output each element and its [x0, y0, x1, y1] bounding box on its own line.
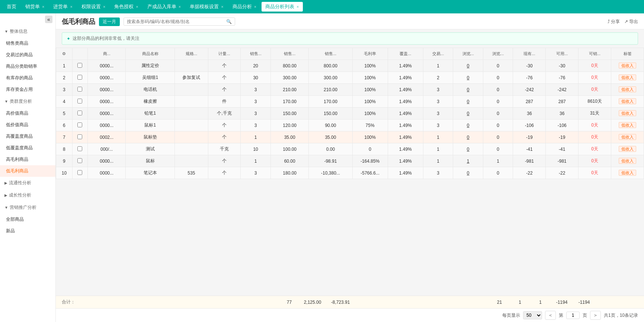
row-current-stock: -242 [513, 84, 546, 96]
nav-item-商品分析[interactable]: 商品分析× [229, 2, 260, 12]
col-header-check[interactable] [72, 48, 87, 60]
row-checkbox[interactable] [72, 96, 87, 108]
nav-item-权限设置[interactable]: 权限设置× [78, 2, 109, 12]
sidebar-item-高价值商品[interactable]: 高价值商品 [0, 108, 55, 119]
nav-item-首页[interactable]: 首页 [3, 2, 20, 12]
checkbox-input[interactable] [77, 75, 82, 80]
nav-item-单据模板设置[interactable]: 单据模板设置× [186, 2, 227, 12]
row-browse1[interactable]: 0 [453, 131, 483, 143]
col-header-spec[interactable]: 规格... [175, 48, 208, 60]
checkbox-input[interactable] [77, 134, 82, 139]
col-header-sales_qty[interactable]: 销售... [241, 48, 271, 60]
checkbox-input[interactable] [77, 63, 82, 68]
sidebar-item-库存资金占用[interactable]: 库存资金占用 [0, 84, 55, 95]
row-checkbox[interactable] [72, 108, 87, 119]
sidebar-item-商品分类助销率[interactable]: 商品分类助销率 [0, 61, 55, 72]
checkbox-input[interactable] [77, 170, 82, 175]
col-header-current_stock[interactable]: 现有... [513, 48, 546, 60]
nav-item-销货单[interactable]: 销货单× [22, 2, 48, 12]
row-checkbox[interactable] [72, 131, 87, 143]
row-checkbox[interactable] [72, 60, 87, 72]
table-row: 100000...笔记本535个3180.00-10,380...-5766.6… [56, 167, 644, 179]
sidebar-item-高毛利商品[interactable]: 高毛利商品 [0, 154, 55, 165]
col-header-sales_price[interactable]: 销售... [270, 48, 309, 60]
row-browse1[interactable]: 0 [453, 108, 483, 119]
nav-close-icon[interactable]: × [254, 4, 256, 9]
row-browse1[interactable]: 0 [453, 72, 483, 84]
sidebar-collapse-btn[interactable]: « [45, 16, 52, 23]
row-browse1[interactable]: 0 [453, 96, 483, 108]
nav-close-icon[interactable]: × [179, 4, 181, 9]
checkbox-input[interactable] [77, 146, 82, 151]
sidebar-group-整体信息[interactable]: ▼整体信息 [0, 25, 55, 38]
nav-close-icon[interactable]: × [297, 4, 299, 9]
row-browse1[interactable]: 0 [453, 119, 483, 131]
checkbox-input[interactable] [77, 158, 82, 163]
col-header-code[interactable]: 商... [87, 48, 126, 60]
nav-close-icon[interactable]: × [221, 4, 223, 9]
checkbox-input[interactable] [77, 87, 82, 92]
prev-page-btn[interactable]: ＜ [545, 311, 556, 320]
sidebar-item-全部商品[interactable]: 全部商品 [0, 214, 55, 225]
nav-close-icon[interactable]: × [103, 4, 105, 9]
next-page-btn[interactable]: ＞ [590, 311, 601, 320]
sidebar-item-高覆盖度商品[interactable]: 高覆盖度商品 [0, 131, 55, 142]
row-spec: 参加复试 [175, 72, 208, 84]
col-header-coverage[interactable]: 覆盖... [388, 48, 423, 60]
export-button[interactable]: ↗ 导出 [624, 19, 638, 25]
sidebar-group-流通性分析[interactable]: ▶流通性分析 [0, 177, 55, 189]
sidebar-item-低覆盖度商品[interactable]: 低覆盖度商品 [0, 142, 55, 154]
row-browse1[interactable]: 0 [453, 143, 483, 155]
nav-close-icon[interactable]: × [42, 4, 44, 9]
checkbox-input[interactable] [77, 111, 82, 115]
col-header-transactions[interactable]: 交易... [423, 48, 453, 60]
row-browse1[interactable]: 0 [453, 167, 483, 179]
row-checkbox[interactable] [72, 84, 87, 96]
sidebar-item-销售类商品[interactable]: 销售类商品 [0, 38, 55, 49]
col-header-gross_rate[interactable]: 毛利率 [352, 48, 388, 60]
per-page-select[interactable]: 50 20 100 [523, 311, 542, 319]
share-button[interactable]: ⤴ 分享 [608, 19, 620, 25]
sidebar-group-营销推广分析[interactable]: ▼营销推广分析 [0, 201, 55, 214]
col-header-browse1[interactable]: 浏览... [453, 48, 483, 60]
sidebar-item-新品[interactable]: 新品 [0, 225, 55, 237]
nav-close-icon[interactable]: × [70, 4, 72, 9]
col-header-tag[interactable]: 标签 [611, 48, 644, 60]
checkbox-input[interactable] [77, 99, 82, 103]
row-checkbox[interactable] [72, 143, 87, 155]
sidebar-item-有库存的商品[interactable]: 有库存的商品 [0, 72, 55, 84]
row-checkbox[interactable] [72, 119, 87, 131]
row-browse1[interactable]: 1 [453, 155, 483, 167]
sidebar-group-成长性分析[interactable]: ▶成长性分析 [0, 189, 55, 201]
col-header-name[interactable]: 商品名称 [126, 48, 175, 60]
sidebar-group-类群度分析[interactable]: ▼类群度分析 [0, 95, 55, 108]
col-header-browse2[interactable]: 浏览... [483, 48, 513, 60]
row-sales-price: 300.00 [270, 72, 309, 84]
nav-item-产成品入库单[interactable]: 产成品入库单× [144, 2, 185, 12]
row-checkbox[interactable] [72, 167, 87, 179]
page-input[interactable] [566, 312, 580, 319]
col-header-unit[interactable]: 计量... [208, 48, 241, 60]
row-browse1[interactable]: 0 [453, 60, 483, 72]
sidebar-item-交易过的商品[interactable]: 交易过的商品 [0, 49, 55, 61]
col-header-sales_amount[interactable]: 销售... [309, 48, 352, 60]
col-header-settings[interactable]: ⚙ [56, 48, 73, 60]
checkbox-input[interactable] [77, 122, 82, 127]
nav-item-商品分析列表[interactable]: 商品分析列表× [262, 2, 302, 12]
col-header-available[interactable]: 可用... [546, 48, 579, 60]
nav-close-icon[interactable]: × [136, 4, 138, 9]
search-input[interactable] [127, 19, 225, 24]
sidebar-item-低毛利商品[interactable]: 低毛利商品 [0, 165, 55, 177]
nav-item-角色授权[interactable]: 角色授权× [110, 2, 142, 12]
col-header-saleable[interactable]: 可销... [579, 48, 611, 60]
nav-item-进货单[interactable]: 进货单× [49, 2, 76, 12]
sidebar-item-低价值商品[interactable]: 低价值商品 [0, 119, 55, 131]
row-checkbox[interactable] [72, 72, 87, 84]
row-browse1[interactable]: 0 [453, 84, 483, 96]
row-checkbox[interactable] [72, 155, 87, 167]
page-title: 低毛利商品 [62, 17, 95, 26]
row-sales-amount: 35.00 [309, 131, 352, 143]
period-button[interactable]: 近一月 [99, 17, 120, 26]
row-tag: 低收入 [611, 143, 644, 155]
tag-badge: 低收入 [619, 74, 636, 80]
